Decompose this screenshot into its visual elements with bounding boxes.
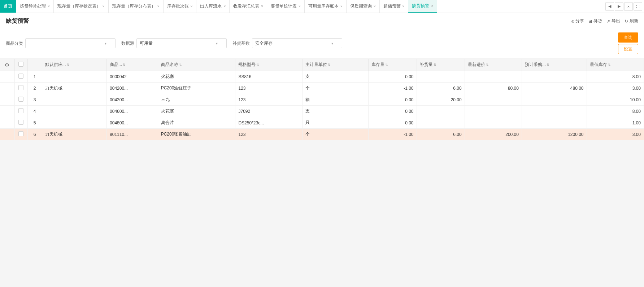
- row-settings-cell: [0, 94, 14, 106]
- col-product-name[interactable]: 商品名称⇅: [158, 59, 235, 71]
- row-index: 4: [27, 106, 42, 117]
- close-icon[interactable]: ×: [402, 4, 405, 8]
- row-checkbox[interactable]: [18, 74, 23, 79]
- row-replenish: 6.00: [417, 129, 465, 140]
- datasource-filter-group: 数据源 可用量 ▾: [121, 38, 227, 48]
- close-icon[interactable]: ×: [103, 4, 105, 8]
- tab-picking-exception[interactable]: 拣货异常处理 ×: [16, 0, 54, 13]
- tab-available-ledger[interactable]: 可用量库存账本 ×: [305, 0, 347, 13]
- row-product-code: 004800...: [107, 117, 158, 129]
- col-estimated-purchase[interactable]: 预计采购...⇅: [522, 59, 587, 71]
- table-row: 1 0000042 火花塞 SS816 支 0.00 8.00: [0, 71, 644, 83]
- datasource-label: 数据源: [121, 40, 134, 47]
- col-stock[interactable]: 库存量⇅: [369, 59, 417, 71]
- export-button[interactable]: ↗ 导出: [606, 18, 620, 24]
- close-icon[interactable]: ×: [261, 4, 263, 8]
- row-checkbox[interactable]: [18, 85, 23, 90]
- row-min-stock: 1.00: [587, 117, 644, 129]
- close-icon[interactable]: ×: [157, 4, 160, 8]
- col-spec[interactable]: 规格型号⇅: [235, 59, 302, 71]
- tab-receive-summary[interactable]: 收发存汇总表 ×: [230, 0, 267, 13]
- row-supplier: [42, 106, 107, 117]
- nav-next-button[interactable]: ▶: [615, 2, 623, 11]
- nav-close-button[interactable]: ×: [624, 2, 633, 11]
- row-unit: 只: [302, 117, 369, 129]
- datasource-select[interactable]: 可用量 ▾: [136, 38, 227, 48]
- row-estimated-purchase: 1200.00: [522, 129, 587, 140]
- category-select[interactable]: ▾: [25, 38, 116, 48]
- close-icon[interactable]: ×: [431, 4, 433, 8]
- row-unit: 支: [302, 106, 369, 117]
- row-product-code: 0000042: [107, 71, 158, 83]
- page-title: 缺货预警: [6, 17, 29, 25]
- col-replenish[interactable]: 补货量⇅: [417, 59, 465, 71]
- table-container: ⚙ 默认供应...⇅ 商品...⇅ 商品名称⇅: [0, 59, 644, 140]
- tab-inout-flow[interactable]: 出入库流水 ×: [196, 0, 230, 13]
- row-spec: 123: [235, 94, 302, 106]
- data-table: ⚙ 默认供应...⇅ 商品...⇅ 商品名称⇅: [0, 59, 644, 140]
- nav-fullscreen-button[interactable]: ⛶: [634, 2, 642, 11]
- col-settings[interactable]: ⚙: [0, 59, 14, 71]
- row-checkbox[interactable]: [18, 120, 23, 125]
- row-spec: SS816: [235, 71, 302, 83]
- tab-inventory-status[interactable]: 现存量（库存状况表） ×: [54, 0, 109, 13]
- settings-button[interactable]: 设置: [618, 44, 638, 54]
- chevron-down-icon: ▾: [216, 41, 218, 45]
- row-product-code: 004600...: [107, 106, 158, 117]
- nav-controls: ◀ ▶ × ⛶: [604, 2, 644, 11]
- row-latest-price: [465, 94, 522, 106]
- row-index: 3: [27, 94, 42, 106]
- row-checkbox[interactable]: [18, 108, 23, 113]
- row-replenish: 20.00: [417, 94, 465, 106]
- close-icon[interactable]: ×: [299, 4, 301, 8]
- query-button[interactable]: 查询: [618, 32, 638, 43]
- gear-icon[interactable]: ⚙: [5, 62, 9, 68]
- chevron-down-icon: ▾: [331, 41, 333, 45]
- close-icon[interactable]: ×: [374, 4, 376, 8]
- close-icon[interactable]: ×: [48, 4, 50, 8]
- row-replenish: 6.00: [417, 83, 465, 94]
- col-index: [27, 59, 42, 71]
- row-settings-cell: [0, 129, 14, 140]
- row-checkbox[interactable]: [18, 97, 23, 102]
- col-product-code[interactable]: 商品...⇅: [107, 59, 158, 71]
- row-unit: 箱: [302, 94, 369, 106]
- row-stock: -1.00: [369, 83, 417, 94]
- row-spec: DS250*23c...: [235, 117, 302, 129]
- row-checkbox-cell: [14, 94, 27, 106]
- replenish-button[interactable]: ⊞ 补货: [588, 18, 602, 24]
- close-icon[interactable]: ×: [223, 4, 226, 8]
- tab-overstock-warning[interactable]: 超储预警 ×: [380, 0, 409, 13]
- close-icon[interactable]: ×: [191, 4, 193, 8]
- select-all-checkbox[interactable]: [18, 62, 23, 67]
- refresh-icon: ↻: [625, 19, 628, 24]
- close-icon[interactable]: ×: [340, 4, 343, 8]
- row-supplier: [42, 94, 107, 106]
- col-min-stock[interactable]: 最低库存⇅: [587, 59, 644, 71]
- col-default-supplier[interactable]: 默认供应...⇅: [42, 59, 107, 71]
- table-row: 3 004200... 三九 123 箱 0.00 20.00 10.00: [0, 94, 644, 106]
- tab-expiry-query[interactable]: 保质期查询 ×: [347, 0, 380, 13]
- row-supplier: [42, 117, 107, 129]
- tab-demand-stats[interactable]: 要货单统计表 ×: [267, 0, 305, 13]
- refresh-button[interactable]: ↻ 刷新: [625, 18, 638, 24]
- row-settings-cell: [0, 71, 14, 83]
- col-latest-price[interactable]: 最新进价⇅: [465, 59, 522, 71]
- row-checkbox-cell: [14, 129, 27, 140]
- table-header-row: ⚙ 默认供应...⇅ 商品...⇅ 商品名称⇅: [0, 59, 644, 71]
- row-unit: 个: [302, 129, 369, 140]
- tab-home[interactable]: 首页: [0, 0, 16, 13]
- tab-inventory-distribution[interactable]: 现存量（库存分布表） ×: [109, 0, 164, 13]
- share-button[interactable]: ⎋ 分享: [571, 18, 584, 24]
- tab-batch-account[interactable]: 库存批次账 ×: [164, 0, 197, 13]
- row-index: 2: [27, 83, 42, 94]
- replenish-base-select[interactable]: 安全库存 ▾: [252, 38, 342, 48]
- row-product-name: PC200油缸庄子: [158, 83, 235, 94]
- row-min-stock: 3.00: [587, 83, 644, 94]
- row-checkbox[interactable]: [18, 131, 23, 136]
- nav-prev-button[interactable]: ◀: [605, 2, 614, 11]
- row-latest-price: 80.00: [465, 83, 522, 94]
- tab-shortage-warning[interactable]: 缺货预警 ×: [408, 0, 437, 13]
- col-unit[interactable]: 主计量单位⇅: [302, 59, 369, 71]
- table-row: 5 004800... 离合片 DS250*23c... 只 0.00 1.00: [0, 117, 644, 129]
